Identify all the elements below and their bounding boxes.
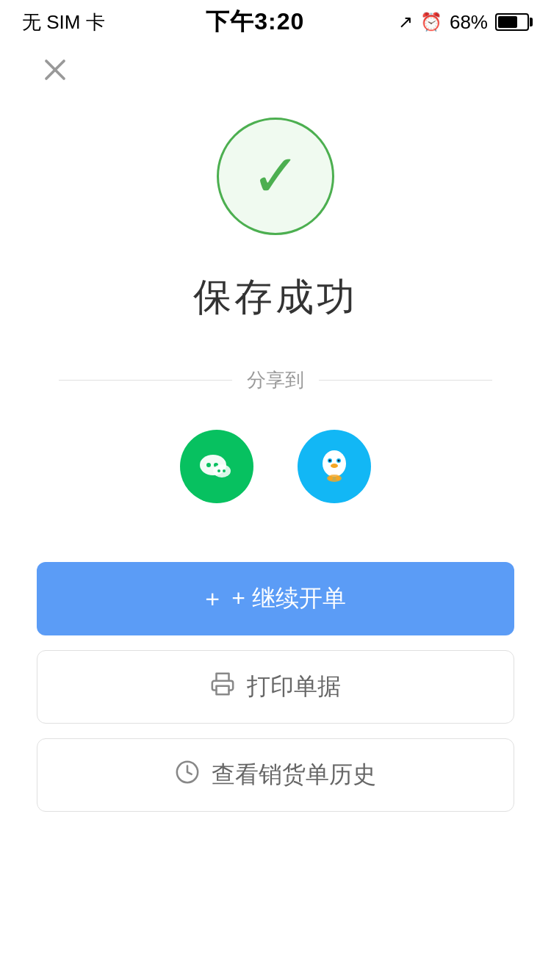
- qq-share-button[interactable]: [298, 430, 371, 503]
- svg-rect-16: [328, 476, 333, 480]
- success-circle: ✓: [217, 118, 334, 235]
- checkmark-icon: ✓: [251, 147, 300, 206]
- svg-point-4: [206, 463, 211, 467]
- buttons-section: + + 继续开单 打印单据 查看销货单历史: [0, 562, 551, 812]
- plus-icon: +: [205, 585, 220, 613]
- carrier-text: 无 SIM 卡: [22, 10, 105, 35]
- svg-point-12: [329, 460, 331, 462]
- svg-point-7: [217, 469, 220, 472]
- location-icon: ↗: [398, 12, 413, 32]
- status-right: ↗ ⏰ 68%: [398, 11, 529, 34]
- divider-left: [59, 380, 232, 381]
- status-left: 无 SIM 卡: [22, 10, 112, 35]
- svg-point-8: [223, 469, 226, 472]
- history-button[interactable]: 查看销货单历史: [37, 738, 514, 812]
- battery-icon: [495, 13, 529, 31]
- battery-fill: [498, 16, 517, 28]
- divider-right: [319, 380, 492, 381]
- share-icons-container: [180, 430, 371, 503]
- share-label: 分享到: [232, 367, 319, 393]
- history-button-label: 查看销货单历史: [212, 759, 376, 791]
- main-content: ✓ 保存成功 分享到: [0, 44, 551, 812]
- svg-point-6: [213, 464, 231, 478]
- print-button-label: 打印单据: [247, 671, 341, 703]
- continue-button[interactable]: + + 继续开单: [37, 562, 514, 635]
- alarm-icon: ⏰: [420, 12, 442, 32]
- svg-point-14: [331, 464, 338, 468]
- svg-rect-18: [217, 686, 229, 694]
- continue-button-label: + 继续开单: [231, 583, 346, 615]
- clock-icon: [175, 760, 200, 790]
- status-bar: 无 SIM 卡 下午3:20 ↗ ⏰ 68%: [0, 0, 551, 44]
- time-display: 下午3:20: [206, 6, 304, 38]
- print-button[interactable]: 打印单据: [37, 650, 514, 724]
- share-divider: 分享到: [0, 367, 551, 393]
- printer-icon: [210, 671, 235, 702]
- svg-point-13: [338, 460, 340, 462]
- close-button[interactable]: [37, 51, 73, 88]
- wechat-share-button[interactable]: [180, 430, 253, 503]
- success-title: 保存成功: [193, 272, 358, 323]
- svg-rect-17: [336, 476, 340, 480]
- battery-text: 68%: [450, 11, 488, 34]
